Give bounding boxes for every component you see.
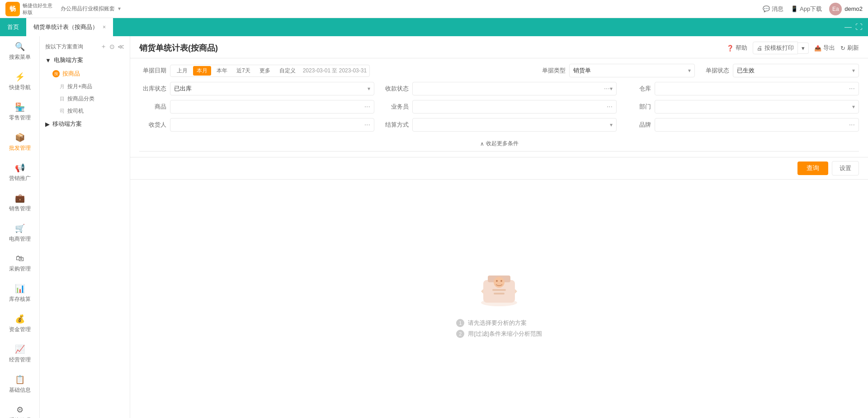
topbar-subtitle: 办公用品行业模拟账套 ▾ — [61, 5, 121, 13]
scheme-collapse-icon[interactable]: ≪ — [118, 43, 124, 50]
goods-dots-icon[interactable]: ··· — [364, 103, 370, 111]
goods-select[interactable]: ··· — [170, 100, 374, 114]
sidebar-item-operations[interactable]: 📈 经营管理 — [0, 339, 39, 369]
filter-row-3: 商品 ··· 业务员 ··· 部门 — [139, 100, 859, 114]
print-icon: 🖨 — [757, 45, 763, 52]
scheme-settings-icon[interactable]: ⊙ — [109, 43, 115, 50]
refresh-button[interactable]: ↻ 刷新 — [840, 44, 859, 52]
scheme-add-icon[interactable]: ＋ — [100, 43, 107, 51]
purchase-icon: 🛍 — [2, 254, 38, 263]
payment-status-arrow-icon: ▾ — [610, 86, 613, 92]
date-7days-btn[interactable]: 近7天 — [233, 66, 254, 76]
doctype-select[interactable]: 销货单 ▾ — [569, 64, 695, 77]
tab-minimize-icon[interactable]: — — [844, 23, 852, 31]
outstatus-label: 出库状态 — [139, 85, 166, 93]
outstatus-select[interactable]: 已出库 ▾ — [170, 82, 374, 95]
salesperson-select[interactable]: ··· — [412, 100, 617, 114]
tab-close-icon[interactable]: × — [103, 24, 106, 30]
sidebar-item-search[interactable]: 🔍 搜索菜单 — [0, 36, 39, 66]
finance-icon: 💰 — [2, 314, 38, 324]
user-avatar-area[interactable]: Ea demo2 — [829, 3, 863, 15]
help-button[interactable]: ❓ 帮助 — [726, 44, 747, 52]
export-button[interactable]: 📤 导出 — [814, 44, 835, 52]
consignee-dots-icon[interactable]: ··· — [364, 121, 370, 129]
main-panel: 销货单统计表(按商品) ❓ 帮助 🖨 按模板打印 ▾ 📤 — [130, 36, 868, 418]
warehouse-dots-icon[interactable]: ··· — [849, 85, 855, 93]
scheme-panel-header: 按以下方案查询 ＋ ⊙ ≪ — [40, 40, 130, 53]
scheme-group-pc-title[interactable]: ▼ 电脑端方案 — [40, 53, 130, 67]
filter-brand-field: 品牌 ··· — [624, 118, 859, 132]
date-more-btn[interactable]: 更多 — [256, 66, 274, 76]
settings-button[interactable]: 设置 — [832, 161, 859, 176]
sidebar-item-retail[interactable]: 🏪 零售管理 — [0, 97, 39, 127]
scheme-group-mobile-title[interactable]: ▶ 移动端方案 — [40, 117, 130, 131]
sidebar-item-sales[interactable]: 💼 销售管理 — [0, 188, 39, 218]
svg-rect-7 — [494, 293, 505, 294]
scheme-item-by-goods[interactable]: 按 按商品 — [40, 67, 130, 81]
print-button[interactable]: 🖨 按模板打印 — [753, 42, 798, 54]
date-custom-btn[interactable]: 自定义 — [276, 66, 299, 76]
collapse-btn[interactable]: ∧ 收起更多条件 — [480, 140, 519, 147]
print-button-group: 🖨 按模板打印 ▾ — [753, 42, 809, 54]
filter-area: 单据日期 上月 本月 本年 近7天 更多 自定义 2023-03-01 至 20… — [130, 58, 868, 157]
sidebar-item-purchase[interactable]: 🛍 采购管理 — [0, 248, 39, 278]
brand-select[interactable]: ··· — [655, 118, 859, 132]
consignee-select[interactable]: ··· — [170, 118, 374, 132]
sidebar-item-inventory[interactable]: 📊 库存核算 — [0, 278, 39, 309]
payment-status-label: 收款状态 — [382, 85, 409, 93]
warehouse-label: 仓库 — [624, 85, 651, 93]
sidebar-item-wholesale[interactable]: 📦 批发管理 — [0, 127, 39, 157]
tab-maximize-icon[interactable]: ⛶ — [855, 23, 863, 31]
warehouse-select[interactable]: ··· — [655, 82, 859, 95]
app-download-button[interactable]: 📱 App下载 — [791, 5, 822, 13]
svg-point-5 — [500, 280, 502, 282]
scheme-item-by-month-goods[interactable]: 月 按月+商品 — [40, 81, 130, 93]
date-year-btn[interactable]: 本年 — [213, 66, 231, 76]
dept-select[interactable]: ▾ — [655, 100, 859, 114]
svg-point-4 — [496, 280, 498, 282]
brand-label: 品牌 — [624, 121, 651, 129]
logo-area: 畅 畅捷信好生意 标版 — [5, 2, 52, 16]
tab-active[interactable]: 销货单统计表（按商品） × — [26, 18, 113, 36]
sub-icon-category: 目 — [60, 95, 65, 102]
filter-row-2: 出库状态 已出库 ▾ 收款状态 ··· ▾ — [139, 82, 859, 95]
filter-row-1: 单据日期 上月 本月 本年 近7天 更多 自定义 2023-03-01 至 20… — [139, 64, 859, 77]
query-button[interactable]: 查询 — [797, 162, 828, 175]
tab-home[interactable]: 首页 — [0, 18, 26, 36]
brand-dots-icon[interactable]: ··· — [849, 121, 855, 129]
filter-date-field: 单据日期 上月 本月 本年 近7天 更多 自定义 2023-03-01 至 20… — [139, 65, 531, 77]
payment-status-dots-icon[interactable]: ··· — [604, 85, 610, 93]
scheme-item-by-category[interactable]: 目 按商品分类 — [40, 93, 130, 105]
group-expand-icon: ▼ — [45, 57, 51, 64]
date-prev-month-btn[interactable]: 上月 — [173, 66, 191, 76]
sidebar-item-finance[interactable]: 💰 资金管理 — [0, 309, 39, 339]
payment-method-select[interactable]: ▾ — [412, 118, 617, 132]
subtitle-arrow-icon: ▾ — [118, 5, 121, 12]
sidebar: 🔍 搜索菜单 ⚡ 快捷导航 🏪 零售管理 📦 批发管理 📢 营销推广 💼 销售管… — [0, 36, 40, 418]
docstatus-select[interactable]: 已生效 ▾ — [733, 64, 859, 77]
sidebar-item-basics[interactable]: 📋 基础信息 — [0, 369, 39, 399]
scheme-item-by-driver[interactable]: 司 按司机 — [40, 105, 130, 117]
print-dropdown-button[interactable]: ▾ — [798, 43, 809, 54]
help-icon: ❓ — [726, 45, 734, 52]
sidebar-item-quicknav[interactable]: ⚡ 快捷导航 — [0, 66, 39, 97]
sidebar-item-ecommerce[interactable]: 🛒 电商管理 — [0, 218, 39, 248]
docstatus-arrow-icon: ▾ — [852, 67, 855, 74]
salesperson-dots-icon[interactable]: ··· — [607, 103, 613, 111]
message-button[interactable]: 💬 消息 — [763, 5, 783, 13]
date-current-month-btn[interactable]: 本月 — [193, 66, 211, 76]
refresh-icon: ↻ — [840, 45, 845, 52]
topbar: 畅 畅捷信好生意 标版 办公用品行业模拟账套 ▾ 💬 消息 📱 App下载 Ea… — [0, 0, 868, 18]
sidebar-item-marketing[interactable]: 📢 营销推广 — [0, 157, 39, 188]
sidebar-item-system[interactable]: ⚙ 系统管理 — [0, 399, 39, 418]
goods-label: 商品 — [139, 103, 166, 111]
filter-docstatus-field: 单据状态 已生效 ▾ — [702, 64, 859, 77]
salesperson-label: 业务员 — [382, 103, 409, 111]
docstatus-label: 单据状态 — [702, 66, 729, 75]
group-expand-icon-mobile: ▶ — [45, 121, 50, 128]
phone-icon: 📱 — [791, 5, 798, 12]
action-bar: 查询 设置 — [130, 157, 868, 180]
date-picker-group[interactable]: 上月 本月 本年 近7天 更多 自定义 2023-03-01 至 2023-03… — [170, 65, 370, 77]
dept-label: 部门 — [624, 103, 651, 111]
payment-status-select[interactable]: ··· ▾ — [412, 82, 617, 95]
